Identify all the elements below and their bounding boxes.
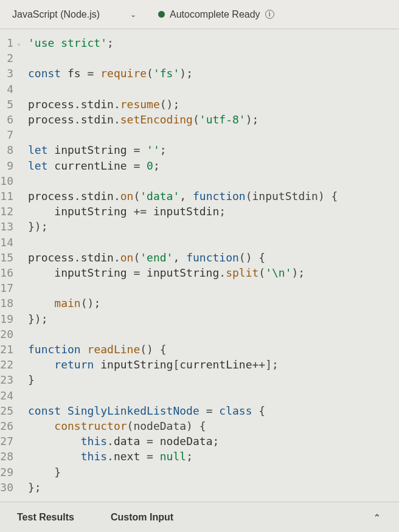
line-number: 27 bbox=[0, 434, 24, 449]
code-line[interactable]: 16 inputString = inputString.split('\n')… bbox=[0, 265, 399, 280]
line-number: 23 bbox=[0, 372, 24, 387]
code-line[interactable]: 27 this.data = nodeData; bbox=[0, 434, 399, 449]
line-number: 30 bbox=[0, 480, 24, 495]
code-line[interactable]: 18 main(); bbox=[0, 295, 399, 311]
language-select[interactable]: JavaScript (Node.js) ⌄ bbox=[6, 5, 142, 24]
code-line[interactable]: 21 function readLine() { bbox=[0, 342, 399, 357]
chevron-up-icon[interactable]: ⌃ bbox=[373, 513, 381, 522]
line-number: 15 bbox=[0, 250, 24, 265]
code-content[interactable]: const SinglyLinkedListNode = class { bbox=[24, 403, 265, 418]
autocomplete-status[interactable]: Autocomplete Ready i bbox=[158, 9, 274, 20]
code-content[interactable]: main(); bbox=[24, 295, 100, 311]
line-number: 2 bbox=[0, 50, 24, 66]
fold-chevron-icon[interactable]: ⌄ bbox=[15, 35, 21, 50]
line-number: 7 bbox=[0, 127, 24, 142]
code-line[interactable]: 9 let currentLine = 0; bbox=[0, 158, 399, 173]
line-number: 12 bbox=[0, 204, 24, 219]
code-content[interactable]: process.stdin.on('data', function(inputS… bbox=[24, 188, 338, 204]
code-content[interactable]: }); bbox=[24, 311, 48, 326]
info-icon[interactable]: i bbox=[265, 10, 274, 19]
code-line[interactable]: 4 bbox=[0, 81, 399, 97]
code-content[interactable] bbox=[24, 173, 35, 188]
code-line[interactable]: 20 bbox=[0, 326, 399, 342]
code-line[interactable]: 2 bbox=[0, 50, 399, 66]
code-content[interactable]: 'use strict'; bbox=[24, 35, 114, 50]
code-content[interactable]: process.stdin.setEncoding('utf-8'); bbox=[24, 112, 258, 127]
code-line[interactable]: 7 bbox=[0, 127, 399, 142]
tab-custom-input[interactable]: Custom Input bbox=[111, 512, 173, 523]
line-number: 17 bbox=[0, 280, 24, 295]
code-line[interactable]: 29 } bbox=[0, 465, 399, 480]
line-number: 1⌄ bbox=[0, 35, 24, 50]
code-line[interactable]: 25 const SinglyLinkedListNode = class { bbox=[0, 403, 399, 418]
code-line[interactable]: 14 bbox=[0, 235, 399, 250]
code-line[interactable]: 1⌄'use strict'; bbox=[0, 35, 399, 50]
code-content[interactable]: inputString += inputStdin; bbox=[24, 204, 226, 219]
code-content[interactable]: function readLine() { bbox=[24, 342, 167, 357]
code-line[interactable]: 6 process.stdin.setEncoding('utf-8'); bbox=[0, 112, 399, 127]
code-line[interactable]: 17 bbox=[0, 280, 399, 295]
code-content[interactable] bbox=[24, 127, 35, 142]
code-line[interactable]: 19 }); bbox=[0, 311, 399, 326]
line-number: 10 bbox=[0, 173, 24, 188]
code-content[interactable] bbox=[24, 235, 35, 250]
editor-toolbar: JavaScript (Node.js) ⌄ Autocomplete Read… bbox=[0, 0, 399, 29]
code-content[interactable]: } bbox=[24, 372, 35, 387]
code-line[interactable]: 5 process.stdin.resume(); bbox=[0, 97, 399, 112]
code-content[interactable]: }; bbox=[24, 480, 41, 495]
line-number: 25 bbox=[0, 403, 24, 418]
code-content[interactable]: this.data = nodeData; bbox=[24, 434, 219, 449]
code-line[interactable]: 11 process.stdin.on('data', function(inp… bbox=[0, 188, 399, 204]
line-number: 20 bbox=[0, 326, 24, 342]
line-number: 14 bbox=[0, 235, 24, 250]
code-line[interactable]: 28 this.next = null; bbox=[0, 449, 399, 464]
line-number: 24 bbox=[0, 388, 24, 403]
code-content[interactable]: process.stdin.on('end', function() { bbox=[24, 250, 265, 265]
line-number: 11 bbox=[0, 188, 24, 204]
code-content[interactable] bbox=[24, 280, 35, 295]
line-number: 19 bbox=[0, 311, 24, 326]
code-line[interactable]: 23 } bbox=[0, 372, 399, 387]
code-content[interactable]: let currentLine = 0; bbox=[24, 158, 160, 173]
code-content[interactable]: }); bbox=[24, 219, 48, 234]
code-line[interactable]: 12 inputString += inputStdin; bbox=[0, 204, 399, 219]
line-number: 5 bbox=[0, 97, 24, 112]
code-line[interactable]: 8 let inputString = ''; bbox=[0, 142, 399, 157]
line-number: 9 bbox=[0, 158, 24, 173]
code-content[interactable] bbox=[24, 50, 35, 66]
code-content[interactable]: const fs = require('fs'); bbox=[24, 66, 193, 81]
line-number: 22 bbox=[0, 357, 24, 372]
code-content[interactable]: return inputString[currentLine++]; bbox=[24, 357, 279, 372]
code-line[interactable]: 30 }; bbox=[0, 480, 399, 495]
code-editor[interactable]: 1⌄'use strict';2 3 const fs = require('f… bbox=[0, 29, 399, 495]
code-line[interactable]: 24 bbox=[0, 388, 399, 403]
code-line[interactable]: 10 bbox=[0, 173, 399, 188]
footer-tabs: Test Results Custom Input ⌃ bbox=[0, 502, 399, 532]
code-line[interactable]: 15 process.stdin.on('end', function() { bbox=[0, 250, 399, 265]
tab-test-results[interactable]: Test Results bbox=[17, 512, 74, 523]
code-content[interactable]: } bbox=[24, 465, 61, 480]
line-number: 21 bbox=[0, 342, 24, 357]
code-content[interactable]: process.stdin.resume(); bbox=[24, 97, 179, 112]
chevron-down-icon: ⌄ bbox=[130, 10, 136, 19]
status-dot-icon bbox=[158, 11, 165, 18]
code-line[interactable]: 13 }); bbox=[0, 219, 399, 234]
code-content[interactable] bbox=[24, 81, 35, 97]
line-number: 29 bbox=[0, 465, 24, 480]
line-number: 4 bbox=[0, 81, 24, 97]
line-number: 6 bbox=[0, 112, 24, 127]
code-content[interactable] bbox=[24, 388, 35, 403]
code-line[interactable]: 26 constructor(nodeData) { bbox=[0, 418, 399, 434]
line-number: 26 bbox=[0, 418, 24, 434]
line-number: 16 bbox=[0, 265, 24, 280]
language-label: JavaScript (Node.js) bbox=[12, 9, 100, 20]
code-content[interactable]: let inputString = ''; bbox=[24, 142, 167, 157]
code-content[interactable]: this.next = null; bbox=[24, 449, 193, 464]
code-content[interactable]: constructor(nodeData) { bbox=[24, 418, 206, 434]
code-content[interactable]: inputString = inputString.split('\n'); bbox=[24, 265, 305, 280]
code-content[interactable] bbox=[24, 326, 35, 342]
line-number: 8 bbox=[0, 142, 24, 157]
autocomplete-label: Autocomplete Ready bbox=[170, 9, 260, 20]
code-line[interactable]: 3 const fs = require('fs'); bbox=[0, 66, 399, 81]
code-line[interactable]: 22 return inputString[currentLine++]; bbox=[0, 357, 399, 372]
